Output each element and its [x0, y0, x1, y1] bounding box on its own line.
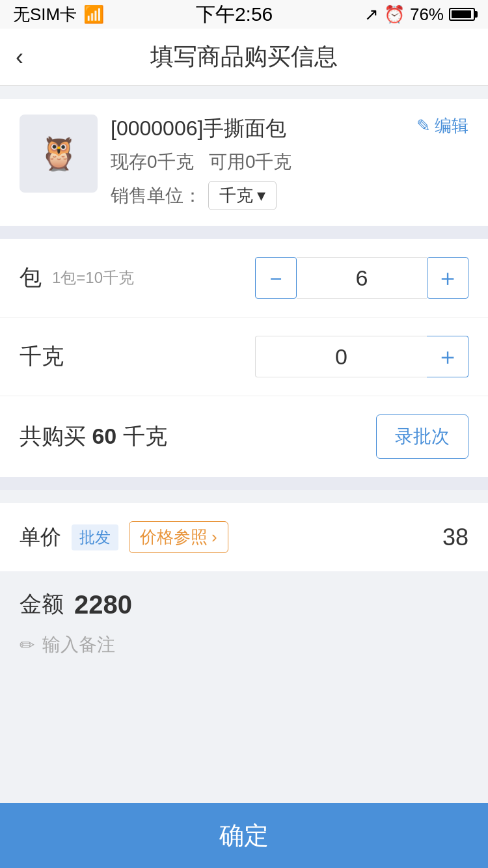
status-bar: 无SIM卡 📶 下午2:56 ↗ ⏰ 76%: [0, 0, 488, 29]
summary-text: 共购买 60 千克: [20, 422, 167, 452]
product-logo-icon: 🦉: [38, 135, 79, 172]
product-unit-row: 销售单位： 千克 ▾: [111, 181, 468, 210]
edit-button[interactable]: ✎ 编辑: [416, 115, 468, 137]
stock-available: 可用0千克: [209, 152, 292, 172]
package-plus-button[interactable]: ＋: [427, 257, 468, 299]
kilogram-label: 千克: [20, 342, 255, 372]
package-minus-button[interactable]: －: [255, 257, 297, 299]
amount-section: 金额 2280 ✏ 输入备注: [0, 571, 488, 670]
product-card: 🦉 [0000006]手撕面包 现存0千克 可用0千克 销售单位： 千克 ▾ ✎…: [0, 99, 488, 226]
batch-button[interactable]: 录批次: [376, 414, 468, 459]
unit-select[interactable]: 千克 ▾: [208, 181, 277, 210]
price-ref-label: 价格参照: [140, 526, 208, 549]
amount-row: 金额 2280: [20, 590, 468, 619]
confirm-button[interactable]: 确定: [0, 803, 488, 868]
unit-value: 千克: [219, 184, 253, 207]
back-button[interactable]: ‹: [16, 44, 23, 71]
price-ref-arrow-icon: ›: [211, 527, 217, 547]
page-title: 填写商品购买信息: [150, 41, 338, 73]
kilogram-input[interactable]: [255, 336, 427, 377]
package-hint: 1包=10千克: [52, 267, 134, 288]
kilogram-label-text: 千克: [20, 342, 64, 372]
price-label: 单价: [20, 523, 61, 552]
kilogram-input-row: 千克 ＋: [0, 318, 488, 396]
package-quantity-control: － ＋: [255, 257, 468, 299]
dropdown-arrow-icon: ▾: [257, 185, 265, 206]
location-icon: ↗: [364, 5, 379, 25]
status-left: 无SIM卡 📶: [13, 3, 104, 26]
nav-bar: ‹ 填写商品购买信息: [0, 29, 488, 86]
edit-label: 编辑: [435, 115, 468, 137]
alarm-icon: ⏰: [384, 5, 405, 25]
summary-row: 共购买 60 千克 录批次: [0, 396, 488, 477]
carrier-label: 无SIM卡: [13, 3, 77, 26]
kilogram-quantity-control: ＋: [255, 336, 468, 377]
package-input[interactable]: [297, 257, 427, 299]
product-name: [0000006]手撕面包: [111, 115, 468, 143]
package-label-text: 包: [20, 263, 42, 293]
battery-icon: [449, 8, 475, 21]
divider-2: [0, 477, 488, 490]
unit-label: 销售单位：: [111, 183, 202, 208]
status-time: 下午2:56: [196, 1, 273, 28]
amount-value: 2280: [74, 590, 132, 619]
note-row[interactable]: ✏ 输入备注: [20, 632, 468, 664]
price-tag: 批发: [72, 524, 118, 550]
amount-label: 金额: [20, 590, 64, 619]
status-right: ↗ ⏰ 76%: [364, 5, 475, 25]
package-input-row: 包 1包=10千克 － ＋: [0, 239, 488, 318]
price-value: 38: [442, 524, 468, 551]
input-section: 包 1包=10千克 － ＋ 千克 ＋: [0, 239, 488, 396]
note-placeholder: 输入备注: [42, 632, 115, 657]
product-image: 🦉: [20, 115, 98, 193]
product-stock: 现存0千克 可用0千克: [111, 150, 468, 174]
note-icon: ✏: [20, 634, 34, 656]
summary-prefix: 共购买: [20, 424, 86, 448]
summary-unit-text: 千克: [123, 424, 167, 448]
wifi-icon: 📶: [83, 5, 104, 25]
summary-amount: 60: [92, 424, 116, 448]
package-label: 包 1包=10千克: [20, 263, 255, 293]
kilogram-plus-button[interactable]: ＋: [427, 336, 468, 377]
product-info: [0000006]手撕面包 现存0千克 可用0千克 销售单位： 千克 ▾: [111, 115, 468, 210]
edit-icon: ✎: [416, 116, 431, 136]
price-ref-button[interactable]: 价格参照 ›: [129, 521, 228, 553]
price-section: 单价 批发 价格参照 › 38: [0, 503, 488, 571]
divider-1: [0, 226, 488, 239]
battery-percent: 76%: [410, 5, 444, 25]
stock-current: 现存0千克: [111, 152, 194, 172]
